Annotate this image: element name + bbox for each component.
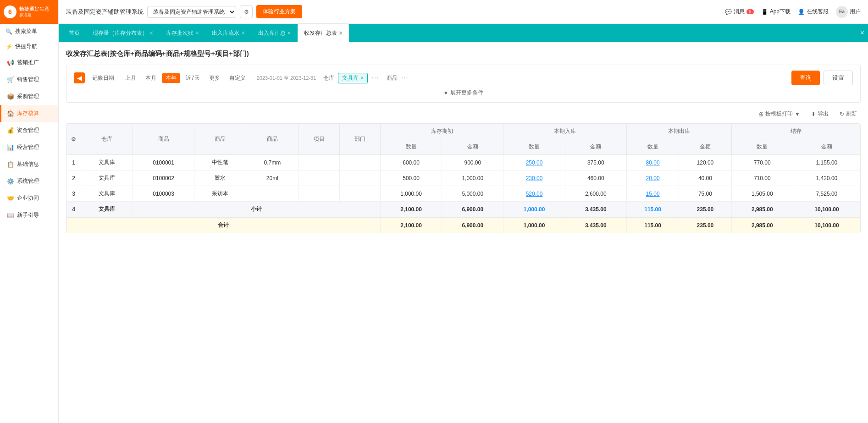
date-last-month[interactable]: 上月 [122, 73, 140, 83]
cell-code: 0100001 [133, 155, 194, 170]
cell-close-qty: 710.00 [731, 170, 793, 186]
tab-receive-summary[interactable]: 收发存汇总表 × [298, 24, 349, 42]
expand-more-button[interactable]: ▼ 展开更多条件 [443, 89, 484, 97]
cell-in-qty[interactable]: 520.00 [503, 186, 565, 202]
warehouse-tag-close[interactable]: × [360, 75, 364, 81]
sidebar-logo: 6 畅捷通好生意 标准版 [0, 0, 58, 24]
cell-out-amt: 120.00 [679, 155, 731, 170]
cell-out-qty[interactable]: 20.00 [626, 170, 679, 186]
cell-in-qty[interactable]: 1,000.00 [503, 202, 565, 218]
cell-close-qty: 770.00 [731, 155, 793, 170]
th-code: 商品 [133, 124, 194, 155]
sidebar-item-sales[interactable]: 🛒 销售管理 [0, 71, 58, 88]
tab-summary-close[interactable]: × [287, 30, 291, 36]
out-qty-link[interactable]: 20.00 [646, 175, 660, 181]
cell-warehouse: 文具库 [81, 202, 133, 218]
tab-inventory-dist-label: 现存量（库存分布表） [93, 29, 148, 37]
sales-icon: 🛒 [7, 76, 14, 83]
topbar: 装备及固定资产辅助管理系统 装备及固定资产辅助管理系统 ⚙ 体验行业方案 💬 消… [59, 0, 868, 24]
date-this-month[interactable]: 本月 [142, 73, 160, 83]
cell-out-qty[interactable]: 115.00 [626, 202, 679, 218]
export-button[interactable]: ⬇ 导出 [807, 108, 832, 120]
main-area: 装备及固定资产辅助管理系统 装备及固定资产辅助管理系统 ⚙ 体验行业方案 💬 消… [59, 0, 868, 423]
th-in-qty: 数量 [503, 139, 565, 155]
sidebar-item-inventory[interactable]: 🏠 库存核算 [0, 105, 58, 122]
tab-flow[interactable]: 出入库流水 × [205, 24, 251, 42]
cell-out-qty[interactable]: 80.00 [626, 155, 679, 170]
tab-summary[interactable]: 出入库汇总 × [252, 24, 298, 42]
message-button[interactable]: 💬 消息 6 [725, 8, 754, 16]
system-select[interactable]: 装备及固定资产辅助管理系统 [147, 6, 236, 18]
cell-in-qty[interactable]: 230.00 [503, 170, 565, 186]
filter-toggle-button[interactable]: ◀ [74, 72, 85, 83]
close-all-tabs[interactable]: × [860, 29, 864, 37]
warehouse-tag[interactable]: 文具库 × [338, 73, 368, 83]
th-open-amt: 金额 [442, 139, 503, 155]
date-this-year[interactable]: 本年 [162, 73, 180, 83]
total-out-amt: 235.00 [679, 217, 731, 233]
subtotal-in-qty-link[interactable]: 1,000.00 [524, 206, 545, 213]
sidebar-item-label: 营销推广 [17, 59, 39, 66]
cell-out-amt: 40.00 [679, 170, 731, 186]
gear-button[interactable]: ⚙ [240, 5, 253, 18]
sidebar-item-purchase[interactable]: 📦 采购管理 [0, 88, 58, 105]
out-qty-link[interactable]: 80.00 [646, 159, 660, 166]
sidebar-item-label: 资金管理 [17, 126, 39, 134]
quick-nav-item[interactable]: ⚡ 快捷导航 [0, 39, 58, 54]
filter-area: ◀ 记账日期 上月 本月 本年 近7天 更多 自定义 2023-01-01 至 … [66, 65, 861, 103]
service-icon: 👤 [798, 9, 805, 15]
sidebar-item-system[interactable]: ⚙️ 系统管理 [0, 173, 58, 190]
sidebar-item-label: 库存核算 [17, 110, 39, 117]
th-in: 本期入库 [503, 124, 626, 139]
tab-inventory-dist-close[interactable]: × [149, 30, 153, 36]
tab-home-label: 首页 [69, 29, 80, 37]
sidebar-item-label: 企业协同 [17, 194, 39, 202]
print-button[interactable]: 🖨 按模板打印 ▼ [754, 108, 804, 120]
trial-button[interactable]: 体验行业方案 [256, 5, 302, 18]
subtotal-out-qty-link[interactable]: 115.00 [644, 206, 661, 213]
quick-nav-icon: ⚡ [6, 44, 12, 50]
tab-batch[interactable]: 库存批次账 × [160, 24, 205, 42]
sidebar-item-finance[interactable]: 💰 资金管理 [0, 122, 58, 139]
table-row: 1 文具库 0100001 中性笔 0.7mm 600.00 900.00 25… [66, 155, 860, 170]
sidebar-item-basic[interactable]: 📋 基础信息 [0, 156, 58, 173]
online-service-button[interactable]: 👤 在线客服 [798, 8, 829, 16]
warehouse-more-dots[interactable]: ··· [371, 74, 379, 82]
user-button[interactable]: Ea 用户 [836, 6, 861, 18]
system-title: 装备及固定资产辅助管理系统 [66, 8, 144, 16]
th-open-qty: 数量 [380, 139, 442, 155]
goods-more-dots[interactable]: ··· [401, 74, 409, 82]
out-qty-link[interactable]: 15.00 [646, 191, 660, 197]
search-menu-item[interactable]: 🔍 搜索菜单 [0, 24, 58, 39]
refresh-button[interactable]: ↻ 刷新 [836, 108, 861, 120]
tab-batch-close[interactable]: × [195, 30, 199, 36]
in-qty-link[interactable]: 230.00 [526, 175, 543, 181]
cell-open-qty: 500.00 [380, 170, 442, 186]
cell-index: 4 [66, 202, 81, 218]
cell-project [299, 186, 339, 202]
date-custom[interactable]: 自定义 [226, 73, 249, 83]
app-download-button[interactable]: 📱 App下载 [761, 8, 791, 16]
th-settings[interactable]: ⚙ [66, 124, 81, 155]
cell-out-qty[interactable]: 15.00 [626, 186, 679, 202]
app-name: 畅捷通好生意 [19, 5, 50, 12]
date-more[interactable]: 更多 [205, 73, 224, 83]
cell-in-qty[interactable]: 250.00 [503, 155, 565, 170]
date-7days[interactable]: 近7天 [182, 73, 204, 83]
sidebar-item-enterprise[interactable]: 🤝 企业协同 [0, 190, 58, 207]
purchase-icon: 📦 [7, 93, 14, 100]
cell-in-amt: 375.00 [565, 155, 626, 170]
sidebar-item-guide[interactable]: 📖 新手引导 [0, 207, 58, 224]
in-qty-link[interactable]: 250.00 [526, 159, 543, 166]
total-open-qty: 2,100.00 [380, 217, 442, 233]
settings-button[interactable]: 设置 [824, 71, 853, 85]
tab-inventory-dist[interactable]: 现存量（库存分布表） × [86, 24, 160, 42]
tab-flow-close[interactable]: × [241, 30, 245, 36]
tab-home[interactable]: 首页 [62, 24, 86, 42]
tab-receive-summary-close[interactable]: × [339, 30, 343, 36]
sidebar-item-marketing[interactable]: 📢 营销推广 [0, 54, 58, 71]
in-qty-link[interactable]: 520.00 [526, 191, 543, 197]
sidebar-item-operations[interactable]: 📊 经营管理 [0, 139, 58, 156]
query-button[interactable]: 查询 [791, 71, 820, 85]
page-content: 收发存汇总表(按仓库+商品编码+商品+规格型号+项目+部门) ◀ 记账日期 上月… [59, 42, 868, 423]
